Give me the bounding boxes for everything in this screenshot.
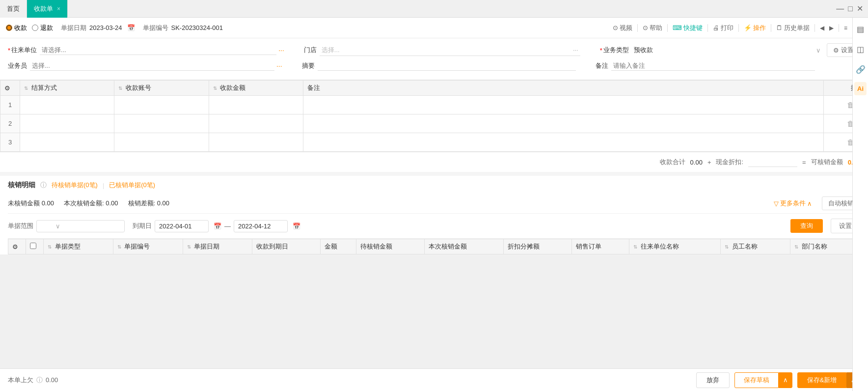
sidebar-link-icon[interactable]: 🔗 <box>853 62 868 77</box>
video-label: 视频 <box>620 24 632 32</box>
btype-chevron-icon[interactable]: ∨ <box>816 47 821 54</box>
btype-required: * <box>600 47 602 54</box>
remark-cell[interactable] <box>303 96 823 114</box>
row-remark-input[interactable] <box>303 114 823 133</box>
form-row-2: 业务员 ··· 摘要 备注 <box>8 61 860 71</box>
tab-close-icon[interactable]: × <box>57 5 60 12</box>
save-new-btn[interactable]: 保存&新增 <box>797 372 846 388</box>
pending-tab-link[interactable]: 待核销单据(0笔) <box>52 181 98 190</box>
discount-input[interactable] <box>748 157 797 167</box>
range-select[interactable]: ∨ <box>36 220 125 232</box>
account-input[interactable] <box>114 96 208 114</box>
shortcut-btn[interactable]: ⌨ 快捷键 <box>673 24 703 32</box>
base-value: 0.00 <box>46 376 58 384</box>
print-btn[interactable]: 🖨 打印 <box>713 24 733 32</box>
settlement-cell[interactable] <box>20 114 114 133</box>
sidebar-layout-icon[interactable]: ◫ <box>854 42 867 57</box>
col-amount-header: ⇅ 收款金额 <box>209 81 303 96</box>
wt-col-partner: ⇅ 往来单位名称 <box>629 239 721 254</box>
history-icon: 🗒 <box>776 24 783 31</box>
window-close-icon[interactable]: ✕ <box>857 4 863 13</box>
operation-btn[interactable]: ⚡ 操作 <box>744 24 766 32</box>
table-row: 3 🗑 ⧉ <box>0 133 868 152</box>
discount-label: 现金折扣: <box>716 158 743 167</box>
divider7 <box>839 24 839 32</box>
row-remark-input[interactable] <box>303 96 823 114</box>
form-row-1: * 往来单位 ··· 门店 选择... ··· * 业务类型 预收款 ∨ ⚙ 设… <box>8 43 860 57</box>
done-tab-link[interactable]: 已核销单据(0笔) <box>109 181 155 190</box>
partner-input[interactable] <box>40 45 276 55</box>
window-maximize-icon[interactable]: □ <box>848 4 853 13</box>
cal-from-icon[interactable]: 📅 <box>214 223 221 230</box>
wt-settings-icon[interactable]: ⚙ <box>12 243 18 251</box>
history-btn[interactable]: 🗒 历史单据 <box>776 24 810 32</box>
partner-required: * <box>8 47 10 54</box>
abandon-btn[interactable]: 放弃 <box>696 372 730 388</box>
col-settings[interactable]: ⚙ <box>0 81 20 96</box>
settlement-input[interactable] <box>20 114 114 133</box>
sidebar-table-icon[interactable]: ▤ <box>854 22 867 37</box>
sidebar-ai-icon[interactable]: Ai <box>854 82 867 95</box>
row-remark-input[interactable] <box>303 133 823 151</box>
staff-more-btn[interactable]: ··· <box>276 62 282 70</box>
remark-cell[interactable] <box>303 133 823 152</box>
remark-cell[interactable] <box>303 114 823 133</box>
wt-col-discount: 折扣分摊额 <box>504 239 572 254</box>
amount-cell[interactable] <box>209 114 303 133</box>
amount-input[interactable] <box>209 114 303 133</box>
partner-more-btn[interactable]: ··· <box>278 46 284 54</box>
wt-col-settings[interactable]: ⚙ <box>8 239 26 254</box>
writeoff-title: 核销明细 <box>8 181 35 190</box>
settlement-cell[interactable] <box>20 133 114 152</box>
save-draft-btn[interactable]: 保存草稿 <box>734 372 779 388</box>
writeoff-info-icon[interactable]: ⓘ <box>40 181 47 190</box>
nav-prev-btn[interactable]: ◀ <box>820 25 824 31</box>
staff-input[interactable] <box>30 61 274 71</box>
total-value: 0.00 <box>690 159 703 166</box>
settlement-input[interactable] <box>20 96 114 114</box>
settlement-cell[interactable] <box>20 96 114 114</box>
tab-receipt[interactable]: 收款单 × <box>27 0 68 18</box>
amount-cell[interactable] <box>209 133 303 152</box>
chevron-down-icon: ··· <box>573 46 578 54</box>
more-conditions-btn[interactable]: ▽ 更多条件 ∧ <box>774 199 812 208</box>
window-minimize-icon[interactable]: — <box>836 4 844 13</box>
main-table-container: ⚙ ⇅ 结算方式 ⇅ 收款账号 ⇅ 收款金额 备注 操作 <box>0 80 868 152</box>
cal-to-icon[interactable]: 📅 <box>293 223 300 230</box>
radio-receipt[interactable]: 收款 <box>6 24 27 32</box>
radio-refund-input[interactable] <box>32 25 38 31</box>
plus-sign: + <box>707 159 711 166</box>
account-cell[interactable] <box>114 96 209 114</box>
account-cell[interactable] <box>114 133 209 152</box>
wt-col-doc-type: ⇅ 单据类型 <box>44 239 113 254</box>
sort-icon-settlement: ⇅ <box>24 85 28 91</box>
account-input[interactable] <box>114 133 208 151</box>
row-num: 2 <box>0 114 20 133</box>
nav-next-btn[interactable]: ▶ <box>829 25 834 31</box>
tab-home[interactable]: 首页 <box>0 0 27 18</box>
video-btn[interactable]: ⊙ 视频 <box>613 24 632 32</box>
date-to-input[interactable] <box>234 220 288 232</box>
radio-receipt-input[interactable] <box>6 25 12 31</box>
account-cell[interactable] <box>114 114 209 133</box>
settlement-input[interactable] <box>20 133 114 151</box>
date-from-input[interactable] <box>155 220 209 232</box>
section-divider <box>0 172 868 176</box>
table-settings-icon[interactable]: ⚙ <box>4 84 10 92</box>
account-input[interactable] <box>114 114 208 133</box>
shop-select[interactable]: 选择... ··· <box>320 45 580 56</box>
list-view-btn[interactable]: ≡ <box>844 25 847 31</box>
table-row: 2 🗑 ⧉ <box>0 114 868 133</box>
summary-input[interactable] <box>318 61 576 71</box>
amount-cell[interactable] <box>209 96 303 114</box>
amount-input[interactable] <box>209 133 303 151</box>
save-draft-arrow-btn[interactable]: ∧ <box>779 372 792 388</box>
amount-input[interactable] <box>209 96 303 114</box>
wt-select-all-checkbox[interactable] <box>30 243 36 249</box>
wt-col-checkbox[interactable] <box>26 239 44 254</box>
help-btn[interactable]: ⊙ 帮助 <box>643 24 662 32</box>
calendar-icon[interactable]: 📅 <box>127 24 135 31</box>
radio-refund[interactable]: 退款 <box>32 24 53 32</box>
query-btn[interactable]: 查询 <box>790 219 823 233</box>
remark-input[interactable] <box>611 61 815 71</box>
